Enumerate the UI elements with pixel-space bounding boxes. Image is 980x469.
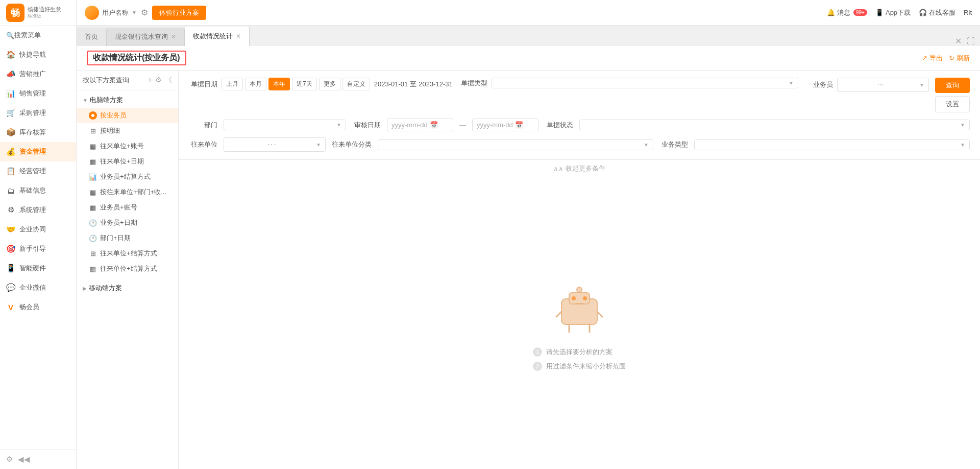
sidebar-item-guide[interactable]: 🎯 新手引导	[0, 239, 76, 259]
scheme-item-unit-date[interactable]: ▦ 往来单位+日期	[77, 154, 178, 169]
date-btn-this-month[interactable]: 本月	[245, 78, 266, 90]
date-btn-7days[interactable]: 近7天	[292, 78, 317, 90]
tab-collection-stat-close[interactable]: ✕	[236, 33, 241, 40]
export-button[interactable]: ↗ 导出	[922, 54, 943, 63]
audit-date-end[interactable]: yyyy-mm-dd 📅	[472, 119, 538, 131]
vip-icon: V	[6, 302, 15, 312]
sidebar-item-search[interactable]: 🔍 搜索菜单	[0, 26, 76, 45]
left-panel-actions: + ⚙ 《	[148, 76, 172, 85]
unit-more-icon[interactable]: ···	[267, 140, 277, 149]
trial-button[interactable]: 体验行业方案	[152, 6, 206, 20]
select-arrow-icon: ▼	[336, 122, 341, 128]
search-icon: 🔍	[6, 32, 14, 39]
sidebar-item-operation[interactable]: 📋 经营管理	[0, 161, 76, 181]
collapse-more-bar[interactable]: ∧∧ 收起更多条件	[179, 159, 980, 177]
logo-badge: 标准版	[28, 13, 61, 19]
scheme-item-label: 业务员+日期	[100, 218, 137, 227]
app-download-item[interactable]: 📱 App下载	[875, 8, 911, 17]
doc-type-select[interactable]: ▼	[492, 78, 798, 88]
scheme-item-unit-settle1[interactable]: ⊞ 往来单位+结算方式	[77, 246, 178, 261]
user-name: 用户名称	[102, 8, 129, 17]
dropdown-arrow-icon[interactable]: ▼	[132, 10, 137, 15]
calendar-icon: 📅	[430, 121, 438, 129]
tab-collection-stat[interactable]: 收款情况统计 ✕	[185, 27, 250, 46]
sidebar-item-corp[interactable]: 🤝 企业协同	[0, 220, 76, 239]
doc-status-select[interactable]: ▼	[579, 120, 970, 130]
sidebar-item-inventory[interactable]: 📦 库存核算	[0, 123, 76, 142]
header-gear-icon[interactable]: ⚙	[141, 8, 148, 17]
settings-bottom-icon[interactable]: ⚙	[6, 455, 13, 464]
header-user-name[interactable]: Rit	[964, 9, 972, 16]
sidebar-item-purchase[interactable]: 🛒 采购管理	[0, 103, 76, 123]
unit-select[interactable]: ··· ▼	[224, 137, 326, 152]
sidebar-item-hardware[interactable]: 📱 智能硬件	[0, 259, 76, 278]
sidebar-item-quick-nav[interactable]: 🏠 快捷导航	[0, 45, 76, 64]
refresh-button[interactable]: ↻ 刷新	[949, 54, 970, 63]
scheme-settings-icon[interactable]: ⚙	[155, 76, 162, 85]
sidebar-item-vip[interactable]: V 畅会员	[0, 297, 76, 317]
scheme-item-label: 业务员+账号	[100, 203, 137, 212]
tab-bank-flow-close[interactable]: ✕	[171, 33, 176, 40]
collapse-sidebar-icon[interactable]: ◀◀	[18, 455, 30, 464]
unit-type-select[interactable]: ▼	[378, 139, 653, 150]
scheme-group-desktop-title[interactable]: ▼ 电脑端方案	[77, 92, 178, 108]
logo-text: 畅捷通好生意	[28, 6, 61, 13]
add-scheme-icon[interactable]: +	[148, 76, 152, 85]
notification-label: 消息	[837, 8, 850, 17]
scheme-group-mobile-title[interactable]: ▶ 移动端方案	[77, 280, 178, 296]
tab-bank-flow[interactable]: 现金银行流水查询 ✕	[107, 28, 185, 46]
sidebar-item-sales[interactable]: 📊 销售管理	[0, 84, 76, 103]
dept-select[interactable]: ▼	[224, 120, 346, 130]
tab-home[interactable]: 首页	[77, 28, 107, 46]
table-icon: ▦	[89, 265, 97, 273]
app-download-label: App下载	[886, 8, 911, 17]
sidebar-item-label: 企业微信	[19, 283, 46, 292]
scheme-item-by-mingxi[interactable]: ⊞ 按明细	[77, 123, 178, 138]
sidebar-item-label: 经营管理	[19, 167, 46, 176]
tab-close-all-icon[interactable]: ✕	[955, 36, 962, 46]
sidebar-item-basic[interactable]: 🗂 基础信息	[0, 181, 76, 200]
audit-date-label: 审核日期	[352, 121, 381, 130]
filter-settings-button[interactable]: 设置	[935, 96, 970, 112]
sidebar-item-finance[interactable]: 💰 资金管理	[0, 142, 76, 161]
scheme-item-unit-dept-collect[interactable]: ▦ 按往来单位+部门+收...	[77, 184, 178, 200]
biz-type-label: 业务类型	[659, 140, 688, 149]
biz-type-select[interactable]: ▼	[694, 139, 970, 150]
select-arrow-icon: ▼	[960, 142, 965, 148]
scheme-item-unit-account[interactable]: ▦ 往来单位+账号	[77, 138, 178, 154]
svg-point-10	[577, 287, 582, 292]
group-arrow-down-icon: ▼	[83, 98, 88, 103]
grid-icon: ⊞	[89, 249, 97, 257]
sidebar-item-system[interactable]: ⚙ 系统管理	[0, 200, 76, 220]
scheme-item-salesman-date[interactable]: 🕐 业务员+日期	[77, 215, 178, 230]
online-service-item[interactable]: 🎧 在线客服	[919, 8, 955, 17]
table-icon: ▦	[89, 188, 97, 196]
audit-date-start[interactable]: yyyy-mm-dd 📅	[387, 119, 453, 131]
salesman-more-icon[interactable]: ···	[877, 80, 884, 89]
sidebar-item-marketing[interactable]: 📣 营销推广	[0, 64, 76, 84]
date-btn-last-month[interactable]: 上月	[222, 78, 243, 90]
sidebar-item-label: 库存核算	[19, 128, 46, 137]
scheme-item-dept-date[interactable]: 🕐 部门+日期	[77, 230, 178, 246]
collapse-panel-icon[interactable]: 《	[165, 76, 172, 85]
empty-illustration	[549, 276, 610, 337]
scheme-item-by-salesman[interactable]: 按业务员	[77, 108, 178, 123]
sidebar-item-wechat[interactable]: 💬 企业微信	[0, 278, 76, 297]
scheme-item-salesman-account[interactable]: ▦ 业务员+账号	[77, 200, 178, 215]
tab-fullscreen-icon[interactable]: ⛶	[967, 37, 975, 46]
date-btn-more[interactable]: 更多	[319, 78, 340, 90]
date-btn-this-year[interactable]: 本年	[268, 78, 290, 90]
group-label: 移动端方案	[89, 284, 122, 293]
scheme-item-salesman-settle[interactable]: 📊 业务员+结算方式	[77, 169, 178, 184]
finance-icon: 💰	[6, 147, 15, 156]
scheme-group-mobile: ▶ 移动端方案	[77, 278, 178, 298]
step-2-text: 用过滤条件来缩小分析范围	[546, 362, 626, 371]
sidebar-item-label: 销售管理	[19, 89, 46, 98]
scheme-item-unit-settle2[interactable]: ▦ 往来单位+结算方式	[77, 261, 178, 276]
date-btn-custom[interactable]: 自定义	[342, 78, 370, 90]
notification-item[interactable]: 🔔 消息 99+	[827, 8, 867, 17]
salesman-select[interactable]: ··· ▼	[837, 78, 929, 92]
query-button[interactable]: 查询	[935, 78, 970, 93]
sidebar-bottom: ⚙ ◀◀	[0, 449, 76, 469]
header-user[interactable]: 用户名称 ▼	[85, 6, 137, 20]
